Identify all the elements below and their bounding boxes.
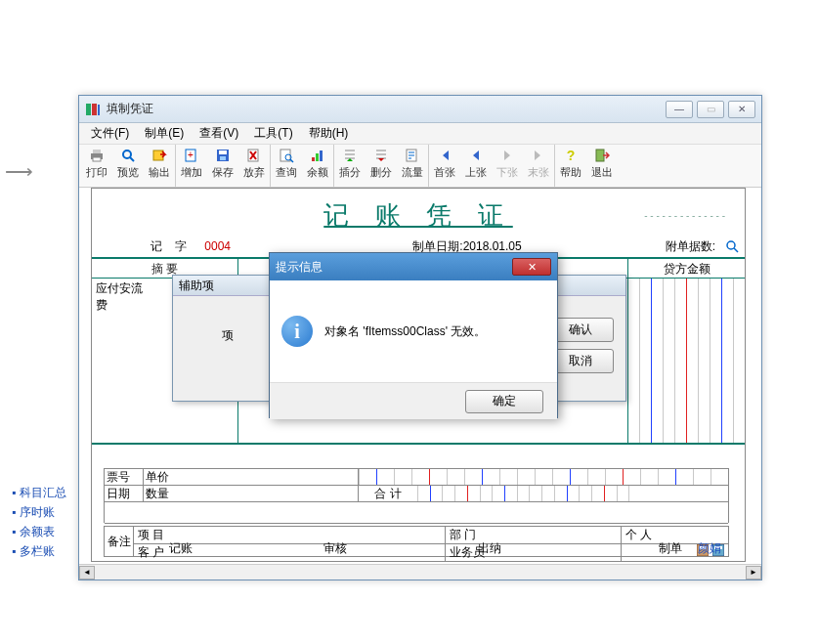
help-icon: ?: [562, 147, 580, 164]
scroll-right[interactable]: ►: [746, 566, 761, 580]
side-link-journal[interactable]: 序时账: [12, 502, 66, 522]
menubar: 文件(F) 制单(E) 查看(V) 工具(T) 帮助(H): [79, 123, 761, 145]
svg-point-6: [123, 150, 131, 158]
svg-rect-20: [312, 157, 315, 161]
msg-close-button[interactable]: ✕: [512, 258, 551, 276]
unit-price-label: 单价: [144, 469, 359, 485]
svg-rect-2: [98, 105, 100, 115]
menu-help[interactable]: 帮助(H): [301, 123, 357, 144]
credit-cell[interactable]: [627, 279, 745, 443]
delete-row-icon: [372, 147, 390, 164]
titlebar: 填制凭证 — ▭ ✕: [79, 96, 761, 123]
insert-row-icon: [341, 147, 359, 164]
magnifier-icon[interactable]: [725, 239, 739, 253]
svg-rect-1: [92, 104, 97, 115]
ext-arrow: ⟶: [5, 159, 33, 183]
window-title: 填制凭证: [107, 101, 666, 117]
footer-cashier: 出纳: [412, 540, 567, 557]
print-icon: [88, 147, 106, 164]
tb-insert[interactable]: 插分: [334, 147, 366, 184]
side-link-list: 科目汇总 序时账 余额表 多栏账: [12, 483, 66, 561]
tb-add[interactable]: +增加: [176, 147, 207, 184]
tb-balance[interactable]: 余额: [302, 147, 333, 184]
svg-rect-17: [280, 150, 290, 161]
col-credit: 贷方金额: [627, 259, 745, 278]
tb-help[interactable]: ?帮助: [555, 147, 586, 184]
dashed-line: - - - - - - - - - - - - - -: [644, 210, 725, 221]
flow-icon: [404, 147, 421, 164]
msg-titlebar: 提示信息 ✕: [270, 253, 557, 280]
svg-rect-25: [596, 150, 604, 161]
last-icon: [530, 147, 547, 164]
save-icon: [214, 147, 232, 164]
discard-icon: [245, 147, 263, 164]
menu-view[interactable]: 查看(V): [192, 123, 246, 144]
tb-delrow[interactable]: 删分: [366, 147, 397, 184]
menu-tool[interactable]: 工具(T): [246, 123, 300, 144]
close-button[interactable]: ✕: [728, 101, 755, 118]
maximize-button[interactable]: ▭: [697, 101, 724, 118]
mini-grid: 票号 单价 日期 数量 合 计: [104, 468, 729, 523]
side-link-multicol[interactable]: 多栏账: [12, 541, 66, 561]
tb-quit[interactable]: 退出: [586, 147, 618, 184]
footer-maker: 制单: [659, 540, 682, 557]
svg-rect-12: [219, 150, 227, 154]
total-label: 合 计: [359, 486, 417, 501]
svg-text:?: ?: [567, 148, 576, 163]
svg-line-19: [290, 159, 293, 162]
tb-prev[interactable]: 上张: [460, 147, 492, 184]
attach-label: 附单据数:: [666, 239, 715, 253]
prev-icon: [467, 147, 485, 164]
tb-print[interactable]: 打印: [81, 147, 112, 184]
quit-icon: [593, 147, 611, 164]
aux-label: 项: [222, 327, 234, 344]
voucher-type: 记: [151, 239, 162, 253]
tb-flow[interactable]: 流量: [397, 147, 428, 184]
preview-icon: [119, 147, 137, 164]
footer-row: 记账 审核 出纳 制单 颜娟: [104, 540, 729, 557]
msg-ok-button[interactable]: 确定: [465, 390, 543, 413]
tb-save[interactable]: 保存: [207, 147, 238, 184]
tb-next: 下张: [492, 147, 523, 184]
svg-rect-22: [320, 150, 323, 161]
h-scrollbar[interactable]: ◄ ►: [79, 564, 761, 580]
msg-title-text: 提示信息: [276, 259, 512, 276]
svg-rect-21: [316, 153, 319, 161]
bill-no-label: 票号: [105, 469, 144, 485]
svg-rect-8: [153, 150, 163, 160]
tb-last: 末张: [523, 147, 554, 184]
side-link-summary[interactable]: 科目汇总: [12, 483, 66, 502]
bill-date-label: 日期: [105, 486, 144, 501]
minimize-button[interactable]: —: [666, 101, 693, 118]
msg-body: i 对象名 'fItemss00Class' 无效。: [270, 280, 557, 382]
svg-rect-0: [86, 104, 91, 115]
svg-line-7: [130, 157, 134, 161]
balance-icon: [309, 147, 326, 164]
svg-point-26: [727, 241, 735, 249]
msg-dialog: 提示信息 ✕ i 对象名 'fItemss00Class' 无效。 确定: [269, 252, 558, 418]
voucher-number[interactable]: 0004: [204, 239, 231, 253]
footer-post: 记账: [104, 540, 258, 557]
date-label: 制单日期:: [412, 239, 462, 253]
next-icon: [498, 147, 516, 164]
app-icon: [85, 102, 101, 117]
footer-maker-name: 颜娟: [698, 540, 721, 557]
menu-file[interactable]: 文件(F): [83, 123, 137, 144]
menu-make[interactable]: 制单(E): [137, 123, 192, 144]
svg-rect-5: [93, 157, 101, 161]
date-value[interactable]: 2018.01.05: [463, 239, 522, 253]
svg-rect-4: [93, 150, 101, 153]
tb-export[interactable]: 输出: [144, 147, 175, 184]
tb-discard[interactable]: 放弃: [238, 147, 270, 184]
side-link-balance[interactable]: 余额表: [12, 522, 66, 541]
svg-rect-13: [220, 156, 226, 160]
tb-first[interactable]: 首张: [429, 147, 460, 184]
export-icon: [151, 147, 168, 164]
svg-text:+: +: [188, 150, 194, 160]
zi-label: 字: [175, 239, 187, 253]
scroll-left[interactable]: ◄: [79, 566, 95, 580]
tb-preview[interactable]: 预览: [112, 147, 144, 184]
tb-query[interactable]: 查询: [271, 147, 302, 184]
first-icon: [436, 147, 453, 164]
quantity-label: 数量: [144, 486, 359, 501]
